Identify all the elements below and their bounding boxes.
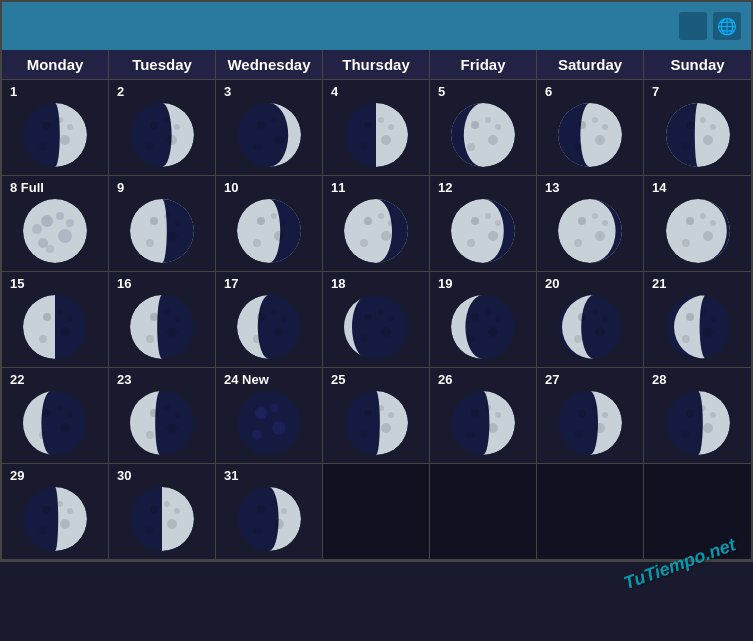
cell-date: 10 [218, 180, 320, 195]
moon-phase [4, 99, 106, 171]
svg-point-174 [360, 431, 368, 439]
moon-phase [432, 195, 534, 267]
moon-phase [218, 195, 320, 267]
calendar-header: 🌐 [2, 2, 751, 50]
cell-date: 23 [111, 372, 213, 387]
svg-point-68 [274, 231, 284, 241]
svg-point-141 [602, 316, 608, 322]
svg-point-146 [700, 309, 706, 315]
cell-date: 11 [325, 180, 427, 195]
svg-point-24 [381, 135, 391, 145]
svg-point-37 [578, 121, 586, 129]
globe-icon[interactable]: 🌐 [713, 12, 741, 40]
svg-point-158 [150, 409, 158, 417]
cell-date: 30 [111, 468, 213, 483]
svg-point-97 [700, 213, 706, 219]
svg-point-16 [257, 121, 265, 129]
calendar-cell: 14 [644, 176, 751, 272]
svg-point-133 [467, 335, 475, 343]
day-header-saturday: Saturday [537, 50, 644, 80]
svg-point-178 [471, 409, 479, 417]
svg-point-139 [592, 309, 598, 315]
svg-point-117 [274, 327, 284, 337]
calendar-cell: 19 [430, 272, 537, 368]
svg-point-12 [146, 143, 154, 151]
svg-point-160 [164, 405, 170, 411]
svg-point-57 [32, 224, 42, 234]
svg-point-148 [710, 316, 716, 322]
svg-point-31 [488, 135, 498, 145]
moon-phase [539, 291, 641, 363]
svg-point-154 [39, 431, 47, 439]
svg-point-104 [57, 309, 63, 315]
cell-date: 4 [325, 84, 427, 99]
moon-phase [218, 483, 320, 555]
svg-point-200 [60, 519, 70, 529]
svg-point-166 [272, 421, 286, 435]
svg-point-179 [488, 423, 498, 433]
s-icon[interactable] [679, 12, 707, 40]
cell-date: 5 [432, 84, 534, 99]
svg-point-84 [467, 239, 475, 247]
calendar-cell [430, 464, 537, 560]
svg-point-62 [164, 213, 170, 219]
svg-point-215 [271, 501, 277, 507]
svg-point-131 [488, 327, 498, 337]
svg-point-91 [574, 239, 582, 247]
svg-point-120 [281, 316, 287, 322]
svg-point-155 [67, 412, 73, 418]
svg-point-147 [682, 335, 690, 343]
svg-point-74 [364, 217, 372, 225]
svg-point-214 [274, 519, 284, 529]
svg-point-213 [257, 505, 265, 513]
svg-point-167 [270, 404, 278, 412]
svg-point-217 [281, 508, 287, 514]
moon-phase [325, 291, 427, 363]
moon-phase [4, 483, 106, 555]
cell-date: 22 [4, 372, 106, 387]
cell-date: 2 [111, 84, 213, 99]
moon-phase [218, 291, 320, 363]
calendar-cell: 16 [109, 272, 216, 368]
svg-point-25 [378, 117, 384, 123]
calendar-cell: 6 [537, 80, 644, 176]
svg-point-105 [39, 335, 47, 343]
svg-point-102 [43, 313, 51, 321]
calendar-cell: 7 [644, 80, 751, 176]
calendar-cell: 18 [323, 272, 430, 368]
svg-point-3 [60, 135, 70, 145]
svg-point-130 [471, 313, 479, 321]
svg-point-164 [237, 391, 301, 455]
calendar-cell: 12 [430, 176, 537, 272]
svg-point-78 [388, 220, 394, 226]
svg-point-85 [495, 220, 501, 226]
svg-point-51 [41, 215, 53, 227]
svg-point-40 [574, 143, 582, 151]
calendar-cell: 9 [109, 176, 216, 272]
svg-point-152 [60, 423, 70, 433]
svg-point-134 [495, 316, 501, 322]
cell-date: 29 [4, 468, 106, 483]
svg-point-64 [174, 220, 180, 226]
svg-point-4 [57, 117, 63, 123]
moon-phase [432, 99, 534, 171]
calendar-cell: 30 [109, 464, 216, 560]
svg-point-60 [150, 217, 158, 225]
calendar-cell: 28 [644, 368, 751, 464]
svg-point-187 [592, 405, 598, 411]
svg-point-196 [710, 412, 716, 418]
moon-phase [218, 387, 320, 459]
svg-point-144 [686, 313, 694, 321]
cell-date: 16 [111, 276, 213, 291]
svg-point-123 [364, 313, 372, 321]
svg-point-92 [602, 220, 608, 226]
calendar-cell: 23 [109, 368, 216, 464]
svg-point-48 [710, 124, 716, 130]
calendar-cell [537, 464, 644, 560]
svg-point-210 [174, 508, 180, 514]
moon-phase [111, 99, 213, 171]
svg-point-153 [57, 405, 63, 411]
calendar-cell: 2 [109, 80, 216, 176]
cell-date: 6 [539, 84, 641, 99]
svg-point-20 [281, 124, 287, 130]
